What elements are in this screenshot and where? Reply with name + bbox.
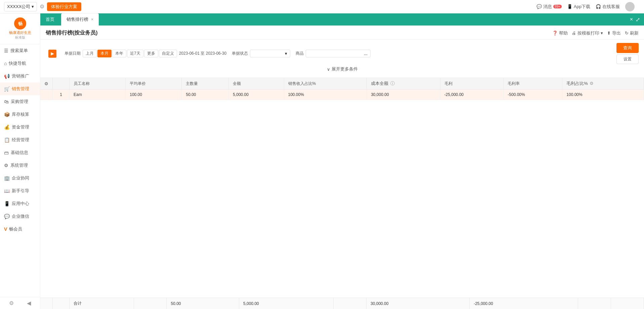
footer-label-cell: 合计 [69,298,134,309]
sidebar-item-marketing[interactable]: 📢 营销推广 [0,70,40,83]
query-btn[interactable]: 查询 [616,43,639,53]
enterprise-collab-icon: 🏢 [4,175,10,181]
goods-search-input[interactable] [309,51,362,56]
date-range-btns: 上月 本月 本年 近7天 更多 自定义 [83,50,177,57]
window-close-btn[interactable]: × [630,16,633,22]
sidebar-label-newbie-guide: 新手引导 [12,188,29,194]
content-area: 首页 销售排行榜 × × ⤢ 销售排行榜(按业务员) ❓ 帮助 [40,13,644,309]
sidebar-item-capital-mgmt[interactable]: 💰 资金管理 [0,121,40,134]
table-footer: 合计 50.00 5,000.00 30,000.00 -25,000.00 [40,298,644,309]
goods-more-icon: ... [364,51,368,56]
print-label: 按模板打印 [577,30,599,36]
sidebar-item-inventory[interactable]: 📦 库存核算 [0,108,40,121]
row-rank-cell: 1 [53,90,70,100]
sidebar-item-enterprise-collab[interactable]: 🏢 企业协同 [0,172,40,185]
sidebar-item-system-mgmt[interactable]: ⚙ 系统管理 [0,159,40,172]
row-cost-amount-cell: 30,000.00 [367,90,440,100]
gear-settings-icon[interactable]: ⚙ [44,81,48,86]
vip-member-icon: V [4,226,7,232]
status-dropdown-icon: ▾ [285,51,287,56]
sidebar-label-inventory: 库存核算 [12,111,29,117]
tab-active-label: 销售排行榜 [67,16,88,22]
table-body: 1 Eam 100.00 50.00 5,000.00 100.00% 30,0… [40,90,644,100]
print-dropdown-icon: ▾ [601,31,603,36]
date-btn-this-month[interactable]: 本月 [97,50,112,57]
message-item[interactable]: 💬 消息 99+ [536,4,562,10]
status-label: 单据状态 [232,51,248,56]
message-icon: 💬 [536,4,542,9]
sidebar-item-basic-info[interactable]: 🗃 基础信息 [0,146,40,159]
export-btn[interactable]: ⬆ 导出 [607,30,621,36]
sidebar-item-purchase-mgmt[interactable]: 🛍 采购管理 [0,95,40,108]
tab-sales-ranking[interactable]: 销售排行榜 × [61,13,99,25]
logo-icon: 畅 [14,17,26,30]
date-btn-this-year[interactable]: 本年 [112,50,126,57]
th-employee-name: 员工名称 [70,78,126,90]
sidebar-label-enterprise-wechat: 企业微信 [12,213,29,219]
print-template-btn[interactable]: 🖨 按模板打印 ▾ [572,30,603,36]
footer-gear-cell [40,298,52,309]
sidebar-item-vip-member[interactable]: V 畅会员 [0,223,40,236]
sidebar-label-vip-member: 畅会员 [9,226,22,232]
tabs-right: × ⤢ [630,16,644,23]
expand-label: 展开更多条件 [332,66,358,72]
app-download-item[interactable]: 📱 App下载 [567,4,590,10]
date-btn-custom[interactable]: 自定义 [159,50,177,57]
date-btn-more[interactable]: 更多 [144,50,158,57]
settings-bottom-icon[interactable]: ⚙ [9,300,14,306]
settings-btn[interactable]: 设置 [616,54,639,64]
status-filter: 单据状态 ▾ [232,50,290,57]
filter-expand-arrow[interactable]: ▶ [48,50,56,58]
sidebar-item-newbie-guide[interactable]: 📖 新手引导 [0,185,40,197]
marketing-icon: 📢 [4,73,10,79]
th-gear[interactable]: ⚙ [40,78,53,90]
footer-cost-amount-cell: 30,000.00 [367,298,470,309]
sidebar-bottom: ⚙ ◀ [0,297,40,309]
tab-home[interactable]: 首页 [40,13,60,25]
sidebar-item-sales-mgmt[interactable]: 🛒 销售管理 [0,83,40,95]
footer-row: 合计 50.00 5,000.00 30,000.00 -25,000.00 [40,298,644,309]
sidebar-label-operations-mgmt: 经营管理 [12,137,29,143]
date-btn-7days[interactable]: 近7天 [127,50,143,57]
goods-label: 商品 [296,51,304,56]
th-gross-profit-rate: 毛利率 [504,78,562,90]
expand-conditions-btn[interactable]: ∨ 展开更多条件 [327,66,358,72]
sidebar-item-app-center[interactable]: 📱 应用中心 [0,197,40,210]
settings-icon[interactable]: ⚙ [40,3,44,10]
status-select[interactable]: ▾ [250,50,290,57]
trial-btn[interactable]: 体验行业方案 [47,2,81,11]
help-icon: ❓ [552,31,558,36]
sidebar-item-quick-nav[interactable]: ⌂ 快捷导航 [0,57,40,70]
logo-sub: 标准版 [15,35,25,40]
app-center-icon: 📱 [4,201,10,206]
footer-sales-rev-pct-cell [334,298,367,309]
refresh-btn[interactable]: ↻ 刷新 [625,30,639,36]
row-sales-rev-pct-cell: 100.00% [284,90,367,100]
page-header: 销售排行榜(按业务员) ❓ 帮助 🖨 按模板打印 ▾ ⬆ 导出 [40,25,644,40]
goods-input[interactable]: ... [306,50,371,57]
sidebar-item-enterprise-wechat[interactable]: 💬 企业微信 [0,210,40,223]
app-download-label: App下载 [574,4,590,10]
company-selector[interactable]: XXXXX公司 ▾ [4,2,37,11]
row-gross-profit-pct-cell: 100.00% [562,90,644,100]
help-btn[interactable]: ❓ 帮助 [552,30,568,36]
help-label: 帮助 [559,30,568,36]
online-service-item[interactable]: 🎧 在线客服 [596,4,620,10]
window-expand-btn[interactable]: ⤢ [636,16,640,23]
date-btn-last-month[interactable]: 上月 [83,50,97,57]
tab-close-btn[interactable]: × [91,17,93,22]
collapse-icon[interactable]: ◀ [27,300,31,306]
online-service-label: 在线客服 [602,4,620,10]
expand-down-icon: ∨ [327,67,330,72]
export-label: 导出 [612,30,621,36]
footer-avg-price-cell [134,298,167,309]
sidebar-label-app-center: 应用中心 [12,201,29,207]
avatar[interactable] [625,2,635,11]
th-avg-price: 平均单价 [126,78,182,90]
headset-icon: 🎧 [596,4,601,9]
sidebar-item-search-order[interactable]: ☰ 搜索菜单 [0,44,40,57]
sidebar-item-operations-mgmt[interactable]: 📋 经营管理 [0,134,40,146]
sidebar-label-basic-info: 基础信息 [11,150,28,156]
footer-gross-profit-cell: -25,000.00 [470,298,578,309]
th-sales-rev-pct: 销售收入占比% [284,78,367,90]
